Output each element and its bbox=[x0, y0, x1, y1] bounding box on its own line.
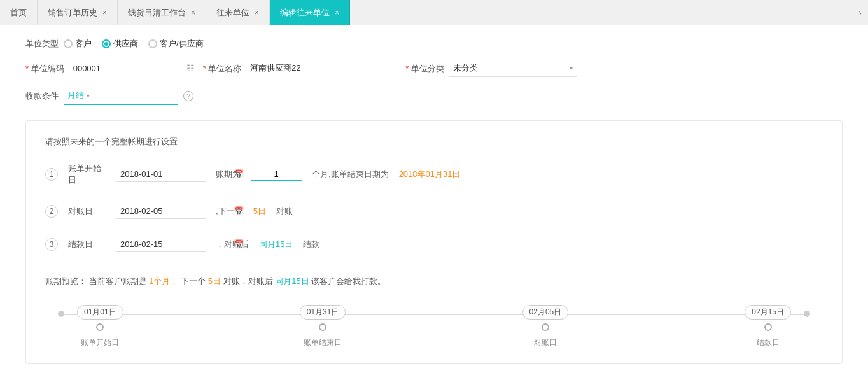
period-num-1: 1 bbox=[45, 168, 58, 181]
date-field-2[interactable] bbox=[116, 204, 231, 218]
tab-sales-history-close[interactable]: × bbox=[102, 8, 107, 17]
timeline-start-dot bbox=[58, 311, 64, 317]
tab-cash-work[interactable]: 钱货日清工作台 × bbox=[118, 0, 206, 25]
tab-partner[interactable]: 往来单位 × bbox=[206, 0, 270, 25]
timeline-nodes: 01月01日 账单开始日 01月31日 账单结束日 02月05日 对账日 02月… bbox=[58, 305, 810, 348]
timeline-node-2: 02月05日 对账日 bbox=[522, 305, 569, 348]
unit-code-input[interactable] bbox=[69, 61, 184, 76]
chevron-down-icon: ▾ bbox=[570, 65, 573, 72]
timeline-badge-3: 02月15日 bbox=[745, 305, 791, 320]
preview-text-3: 对账，对账后 bbox=[223, 276, 273, 286]
payment-label: 收款条件 bbox=[25, 90, 59, 102]
date-input-1: 📅 bbox=[116, 167, 206, 182]
unit-name-label: 单位名称 bbox=[203, 63, 242, 74]
unit-type-radio-group: 客户 供应商 客户/供应商 bbox=[64, 38, 204, 50]
timeline-dot-3 bbox=[764, 323, 772, 331]
period-desc-3-suffix: 结款 bbox=[303, 239, 319, 250]
period-num-3: 3 bbox=[45, 238, 58, 251]
tab-partner-close[interactable]: × bbox=[255, 8, 259, 17]
radio-both[interactable]: 客户/供应商 bbox=[148, 38, 204, 50]
tab-home-label: 首页 bbox=[10, 7, 27, 18]
timeline-dot-2 bbox=[542, 323, 549, 331]
radio-both-circle bbox=[148, 39, 157, 48]
timeline-dot-0 bbox=[96, 323, 104, 331]
tab-sales-history[interactable]: 销售订单历史 × bbox=[38, 0, 118, 25]
date-field-1[interactable] bbox=[116, 167, 231, 181]
unit-code-label: 单位编码 bbox=[25, 63, 64, 74]
radio-supplier-label: 供应商 bbox=[113, 38, 138, 50]
payment-chevron-icon: ▾ bbox=[87, 92, 90, 99]
preview-highlight-3: 同月15日 bbox=[275, 276, 309, 286]
unit-name-input[interactable] bbox=[246, 61, 386, 76]
tab-edit-partner[interactable]: 编辑往来单位 × bbox=[270, 0, 350, 25]
preview-label: 账期预览： bbox=[45, 276, 87, 286]
preview-text-2: 下一个 bbox=[181, 276, 206, 286]
period-num-2: 2 bbox=[45, 205, 58, 218]
tab-edit-partner-close[interactable]: × bbox=[335, 8, 339, 17]
timeline-label-3: 结款日 bbox=[757, 337, 780, 348]
preview-highlight-2: 5日 bbox=[208, 276, 221, 286]
unit-category-select[interactable]: 未分类 ▾ bbox=[449, 60, 577, 77]
date-input-2: 📅 bbox=[116, 204, 206, 219]
period-day-highlight-3: 同月15日 bbox=[259, 239, 293, 250]
timeline-end-dot bbox=[804, 311, 810, 317]
radio-both-label: 客户/供应商 bbox=[160, 38, 204, 50]
timeline-badge-1: 01月31日 bbox=[300, 305, 346, 320]
period-desc-1-after: 个月,账单结束日期为 bbox=[312, 169, 389, 180]
date-field-3[interactable] bbox=[116, 237, 231, 251]
period-row-3: 3 结款日 📅 ，对账后 同月15日 结款 bbox=[45, 237, 823, 252]
period-label-1: 账单开始日 bbox=[68, 163, 106, 186]
period-desc-2-prefix: ,下一个 bbox=[216, 206, 243, 217]
radio-customer[interactable]: 客户 bbox=[64, 38, 92, 50]
radio-customer-label: 客户 bbox=[75, 38, 92, 50]
timeline-badge-2: 02月05日 bbox=[522, 305, 569, 320]
months-input[interactable] bbox=[251, 168, 302, 181]
radio-customer-circle bbox=[64, 39, 73, 48]
unit-type-row: 单位类型 客户 供应商 客户/供应商 bbox=[25, 38, 843, 50]
tab-home[interactable]: 首页 bbox=[0, 0, 38, 25]
preview-section: 账期预览： 当前客户账期是 1个月， 下一个 5日 对账，对账后 同月15日 该… bbox=[45, 265, 823, 287]
unit-info-row: 单位编码 ☷ 单位名称 单位分类 未分类 ▾ bbox=[25, 60, 843, 77]
date-input-3: 📅 bbox=[116, 237, 206, 252]
timeline-node-3: 02月15日 结款日 bbox=[745, 305, 791, 348]
payment-field: 收款条件 月结 ▾ ? bbox=[25, 87, 193, 105]
preview-text-4: 该客户会给我打款。 bbox=[311, 276, 386, 286]
timeline-label-0: 账单开始日 bbox=[81, 337, 119, 348]
period-label-3: 结款日 bbox=[68, 239, 106, 250]
copy-icon[interactable]: ☷ bbox=[184, 63, 197, 73]
radio-supplier-circle bbox=[102, 39, 111, 48]
unit-type-label: 单位类型 bbox=[25, 38, 59, 50]
unit-category-field: 单位分类 未分类 ▾ bbox=[405, 60, 577, 77]
timeline-badge-0: 01月01日 bbox=[77, 305, 123, 320]
tab-more-button[interactable]: › bbox=[852, 0, 868, 25]
tab-edit-partner-label: 编辑往来单位 bbox=[280, 7, 330, 18]
tab-partner-label: 往来单位 bbox=[216, 7, 249, 18]
tab-cash-work-label: 钱货日清工作台 bbox=[128, 7, 186, 18]
tab-sales-history-label: 销售订单历史 bbox=[48, 7, 97, 18]
unit-code-input-wrap: ☷ bbox=[69, 61, 184, 76]
preview-highlight-1: 1个月， bbox=[149, 276, 178, 286]
unit-name-field: 单位名称 bbox=[203, 61, 387, 76]
period-row-1: 1 账单开始日 📅 账期为 个月,账单结束日期为 2018年01月31日 bbox=[45, 163, 823, 186]
payment-row: 收款条件 月结 ▾ ? bbox=[25, 87, 843, 105]
period-card: 请按照未来的一个完整帐期进行设置 1 账单开始日 📅 账期为 个月,账单结束日期… bbox=[25, 120, 843, 364]
timeline-label-2: 对账日 bbox=[534, 337, 557, 348]
timeline-node-1: 01月31日 账单结束日 bbox=[300, 305, 346, 348]
timeline-dot-1 bbox=[319, 323, 326, 331]
payment-value: 月结 bbox=[67, 90, 84, 101]
period-day-highlight-2: 5日 bbox=[253, 206, 266, 217]
preview-text-1: 当前客户账期是 bbox=[89, 276, 147, 286]
period-desc-2-suffix: 对账 bbox=[276, 206, 293, 217]
period-card-title: 请按照未来的一个完整帐期进行设置 bbox=[45, 136, 823, 148]
unit-type-field: 单位类型 客户 供应商 客户/供应商 bbox=[25, 38, 204, 50]
period-end-date-highlight: 2018年01月31日 bbox=[399, 169, 461, 180]
payment-select[interactable]: 月结 ▾ bbox=[64, 87, 178, 105]
help-icon[interactable]: ? bbox=[183, 91, 193, 101]
period-label-2: 对账日 bbox=[68, 206, 106, 217]
radio-supplier[interactable]: 供应商 bbox=[102, 38, 138, 50]
tab-cash-work-close[interactable]: × bbox=[191, 8, 195, 17]
timeline: 01月01日 账单开始日 01月31日 账单结束日 02月05日 对账日 02月… bbox=[45, 305, 823, 348]
timeline-node-0: 01月01日 账单开始日 bbox=[77, 305, 123, 348]
tab-bar: 首页 销售订单历史 × 钱货日清工作台 × 往来单位 × 编辑往来单位 × › bbox=[0, 0, 868, 25]
unit-category-value: 未分类 bbox=[453, 62, 567, 74]
